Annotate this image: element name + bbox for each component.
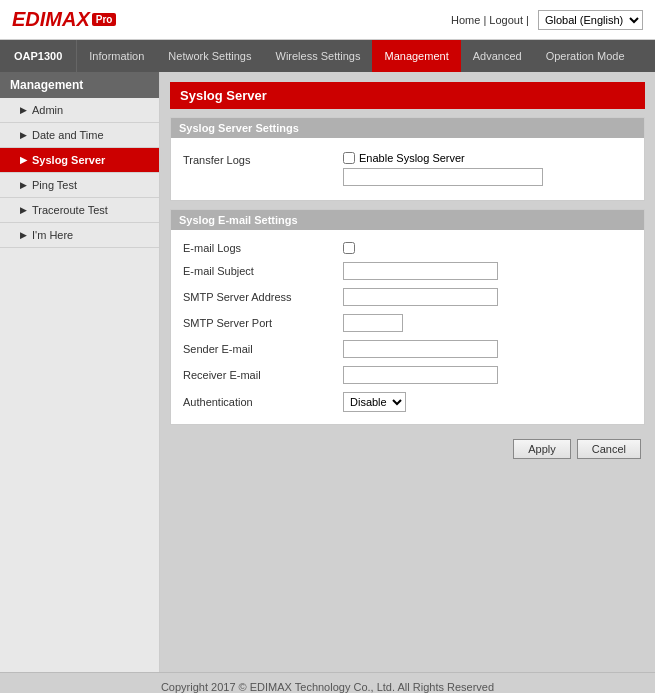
nav-wireless-settings[interactable]: Wireless Settings [264, 40, 373, 72]
transfer-logs-label: Transfer Logs [183, 152, 343, 166]
smtp-address-control [343, 288, 498, 306]
page-title: Syslog Server [170, 82, 645, 109]
arrow-icon: ▶ [20, 180, 27, 190]
nav-operation-mode[interactable]: Operation Mode [534, 40, 637, 72]
transfer-logs-row: Transfer Logs Enable Syslog Server [183, 146, 632, 192]
syslog-settings-section: Syslog Server Settings Transfer Logs Ena… [170, 117, 645, 201]
smtp-port-row: SMTP Server Port [183, 310, 632, 336]
topnav-brand: OAP1300 [0, 40, 77, 72]
button-row: Apply Cancel [170, 433, 645, 463]
receiver-email-input[interactable] [343, 366, 498, 384]
receiver-email-row: Receiver E-mail [183, 362, 632, 388]
nav-management[interactable]: Management [372, 40, 460, 72]
email-settings-body: E-mail Logs E-mail Subject SMTP Server A… [171, 230, 644, 424]
email-settings-header: Syslog E-mail Settings [171, 210, 644, 230]
footer-text: Copyright 2017 © EDIMAX Technology Co., … [161, 681, 494, 693]
footer: Copyright 2017 © EDIMAX Technology Co., … [0, 672, 655, 693]
arrow-icon: ▶ [20, 105, 27, 115]
apply-button[interactable]: Apply [513, 439, 571, 459]
authentication-row: Authentication Disable Enable [183, 388, 632, 416]
logo: EDIMAXPro [12, 8, 116, 31]
smtp-address-input[interactable] [343, 288, 498, 306]
sidebar-label-admin: Admin [32, 104, 63, 116]
separator2: | [526, 14, 532, 26]
sidebar-label-date-time: Date and Time [32, 129, 104, 141]
sidebar-label-imhere: I'm Here [32, 229, 73, 241]
email-logs-checkbox[interactable] [343, 242, 355, 254]
smtp-address-label: SMTP Server Address [183, 291, 343, 303]
sender-email-label: Sender E-mail [183, 343, 343, 355]
smtp-port-control [343, 314, 403, 332]
email-subject-input[interactable] [343, 262, 498, 280]
transfer-controls: Enable Syslog Server [343, 152, 543, 186]
sidebar-label-ping: Ping Test [32, 179, 77, 191]
authentication-select[interactable]: Disable Enable [343, 392, 406, 412]
smtp-port-input[interactable] [343, 314, 403, 332]
topnav: OAP1300 Information Network Settings Wir… [0, 40, 655, 72]
sender-email-control [343, 340, 498, 358]
logo-pro: Pro [92, 13, 117, 26]
header-links: Home | Logout | Global (English) [451, 10, 643, 30]
email-subject-row: E-mail Subject [183, 258, 632, 284]
sidebar-label-syslog: Syslog Server [32, 154, 105, 166]
enable-syslog-checkbox[interactable] [343, 152, 355, 164]
sidebar-item-traceroute[interactable]: ▶ Traceroute Test [0, 198, 159, 223]
nav-information[interactable]: Information [77, 40, 156, 72]
transfer-logs-input[interactable] [343, 168, 543, 186]
sidebar-item-imhere[interactable]: ▶ I'm Here [0, 223, 159, 248]
arrow-icon: ▶ [20, 205, 27, 215]
header: EDIMAXPro Home | Logout | Global (Englis… [0, 0, 655, 40]
sidebar-title: Management [0, 72, 159, 98]
email-logs-control [343, 242, 355, 254]
sender-email-row: Sender E-mail [183, 336, 632, 362]
arrow-icon: ▶ [20, 130, 27, 140]
nav-network-settings[interactable]: Network Settings [156, 40, 263, 72]
sidebar-item-syslog[interactable]: ▶ Syslog Server [0, 148, 159, 173]
sidebar: Management ▶ Admin ▶ Date and Time ▶ Sys… [0, 72, 160, 672]
home-link[interactable]: Home [451, 14, 480, 26]
authentication-label: Authentication [183, 396, 343, 408]
syslog-settings-body: Transfer Logs Enable Syslog Server [171, 138, 644, 200]
enable-syslog-label: Enable Syslog Server [359, 152, 465, 164]
email-logs-row: E-mail Logs [183, 238, 632, 258]
sidebar-item-admin[interactable]: ▶ Admin [0, 98, 159, 123]
email-settings-section: Syslog E-mail Settings E-mail Logs E-mai… [170, 209, 645, 425]
arrow-icon: ▶ [20, 155, 27, 165]
arrow-icon: ▶ [20, 230, 27, 240]
sidebar-item-ping[interactable]: ▶ Ping Test [0, 173, 159, 198]
sender-email-input[interactable] [343, 340, 498, 358]
email-subject-label: E-mail Subject [183, 265, 343, 277]
language-select[interactable]: Global (English) [538, 10, 643, 30]
sidebar-item-date-time[interactable]: ▶ Date and Time [0, 123, 159, 148]
email-logs-label: E-mail Logs [183, 242, 343, 254]
logout-link[interactable]: Logout [489, 14, 523, 26]
content: Syslog Server Syslog Server Settings Tra… [160, 72, 655, 672]
sidebar-label-traceroute: Traceroute Test [32, 204, 108, 216]
smtp-port-label: SMTP Server Port [183, 317, 343, 329]
main: Management ▶ Admin ▶ Date and Time ▶ Sys… [0, 72, 655, 672]
authentication-control: Disable Enable [343, 392, 406, 412]
receiver-email-label: Receiver E-mail [183, 369, 343, 381]
logo-edimax: EDIMAX [12, 8, 90, 31]
cancel-button[interactable]: Cancel [577, 439, 641, 459]
enable-row: Enable Syslog Server [343, 152, 543, 164]
receiver-email-control [343, 366, 498, 384]
email-subject-control [343, 262, 498, 280]
smtp-address-row: SMTP Server Address [183, 284, 632, 310]
nav-advanced[interactable]: Advanced [461, 40, 534, 72]
topnav-items: Information Network Settings Wireless Se… [77, 40, 636, 72]
syslog-settings-header: Syslog Server Settings [171, 118, 644, 138]
